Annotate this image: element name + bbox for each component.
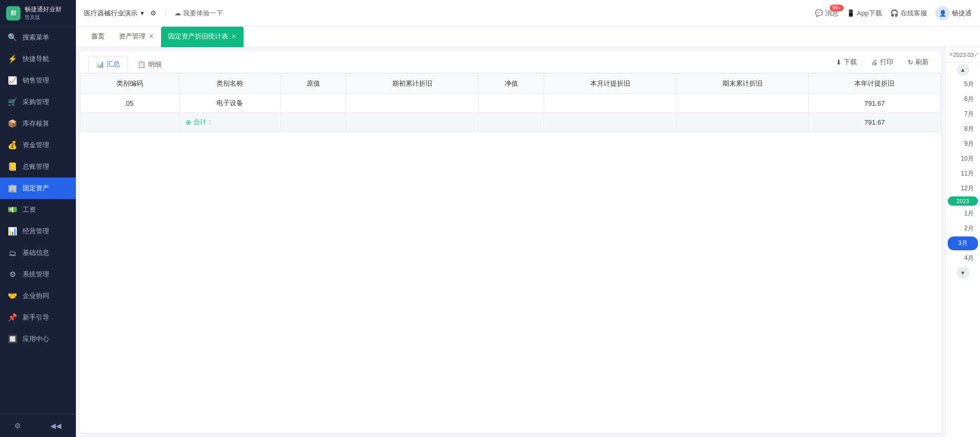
finance-icon: 💰 xyxy=(7,140,17,150)
settings-topbar-button[interactable]: ⚙ xyxy=(150,9,156,17)
sidebar-item-label: 固定资产 xyxy=(23,184,49,193)
inner-content: 📊 汇总 📋 明细 ⬇ 下载 🖨 打印 xyxy=(76,47,980,437)
subtab-right: ⬇ 下载 🖨 打印 ↻ 刷新 xyxy=(832,55,933,73)
date-month-5[interactable]: 5月 xyxy=(948,77,978,91)
date-month-1[interactable]: 1月 xyxy=(948,207,978,221)
logo-subtitle: 普及版 xyxy=(25,14,62,21)
total-monthly xyxy=(544,113,676,132)
cloud-icon: ☁ xyxy=(174,9,181,17)
sidebar-item-label: 总账管理 xyxy=(23,162,49,171)
sidebar-item-inventory[interactable]: 📦 库存核算 xyxy=(0,113,76,134)
total-initial-accum xyxy=(346,113,478,132)
table-row-total: ⊕ 合计： 791.67 xyxy=(81,113,941,132)
col-monthly: 本月计提折旧 xyxy=(544,74,676,94)
sidebar-item-label: 基础信息 xyxy=(23,248,49,257)
date-month-4[interactable]: 4月 xyxy=(948,251,978,265)
row-monthly xyxy=(544,94,676,113)
subtab-detail[interactable]: 📋 明细 xyxy=(130,56,169,72)
sidebar-item-label: 库存核算 xyxy=(23,119,49,128)
app-label: App下载 xyxy=(857,9,882,18)
date-nav-down[interactable]: ▼ xyxy=(957,267,969,279)
user-menu[interactable]: 👤 畅捷通 xyxy=(935,6,972,21)
refresh-button[interactable]: ↻ 刷新 xyxy=(904,55,933,69)
date-nav-up[interactable]: ▲ xyxy=(957,64,969,76)
sidebar-item-system[interactable]: ⚙ 系统管理 xyxy=(0,264,76,285)
row-code: 05 xyxy=(81,94,179,113)
app-download-button[interactable]: 📱 App下载 xyxy=(847,9,882,18)
date-month-8[interactable]: 8月 xyxy=(948,122,978,136)
right-panel: ✕ 2023.03 ⤢ ▲ 5月 6月 7月 8月 9月 10月 11月 12月… xyxy=(945,47,980,437)
sidebar: 财 畅捷通好业财 普及版 🔍 搜索菜单 ⚡ 快捷导航 📈 销售管理 🛒 采购管理… xyxy=(0,0,76,437)
sidebar-item-appcenter[interactable]: 🔲 应用中心 xyxy=(0,328,76,350)
col-initial-accum: 期初累计折旧 xyxy=(346,74,478,94)
home-label: 首页 xyxy=(91,32,105,41)
date-month-10[interactable]: 10月 xyxy=(948,152,978,166)
print-button[interactable]: 🖨 打印 xyxy=(867,55,897,69)
row-yearly: 791.67 xyxy=(808,94,941,113)
experience-button[interactable]: ☁ 我要体验一下 xyxy=(174,9,223,18)
sidebar-logo: 财 畅捷通好业财 普及版 xyxy=(0,0,76,27)
tab-assets-close[interactable]: ✕ xyxy=(149,33,154,40)
main-content: 医疗器械行业演示 ▾ ⚙ | ☁ 我要体验一下 💬 消息 99+ 📱 App下载… xyxy=(76,0,980,437)
sidebar-item-search[interactable]: 🔍 搜索菜单 xyxy=(0,27,76,48)
company-selector[interactable]: 医疗器械行业演示 ▾ xyxy=(84,9,144,18)
refresh-label: 刷新 xyxy=(915,57,929,67)
message-button[interactable]: 💬 消息 99+ xyxy=(815,9,838,18)
sidebar-item-payroll[interactable]: 💵 工资 xyxy=(0,199,76,221)
download-icon: ⬇ xyxy=(836,58,842,66)
sidebar-item-guide[interactable]: 📌 新手引导 xyxy=(0,307,76,328)
tabbar: 首页 资产管理 ✕ 固定资产折旧统计表 ✕ xyxy=(76,27,980,47)
sidebar-item-label: 资金管理 xyxy=(23,141,49,150)
settings-button[interactable]: ⚙ xyxy=(11,419,24,433)
date-month-2[interactable]: 2月 xyxy=(948,222,978,235)
detail-icon: 📋 xyxy=(137,61,146,68)
row-original xyxy=(281,94,346,113)
total-empty xyxy=(81,113,179,132)
col-yearly: 本年计提折旧 xyxy=(808,74,941,94)
settings-topbar-icon: ⚙ xyxy=(150,9,156,17)
sidebar-item-quicknav[interactable]: ⚡ 快捷导航 xyxy=(0,48,76,70)
date-month-12[interactable]: 12月 xyxy=(948,182,978,195)
collab-icon: 🤝 xyxy=(7,291,17,301)
date-month-6[interactable]: 6月 xyxy=(948,92,978,106)
total-label: ⊕ 合计： xyxy=(186,117,274,127)
sidebar-item-purchase[interactable]: 🛒 采购管理 xyxy=(0,91,76,113)
sidebar-item-label: 企业协同 xyxy=(23,291,49,301)
date-month-3-active[interactable]: 3月 xyxy=(948,236,978,250)
total-label-cell: ⊕ 合计： xyxy=(179,113,281,132)
panel-close-button[interactable]: ✕ xyxy=(949,51,953,58)
basic-icon: 🗂 xyxy=(7,248,17,258)
print-icon: 🖨 xyxy=(871,58,878,66)
subtab-summary[interactable]: 📊 汇总 xyxy=(88,56,128,73)
sidebar-item-finance[interactable]: 💰 资金管理 xyxy=(0,134,76,156)
depreciation-table: 类别编码 类别名称 原值 期初累计折旧 净值 本月计提折旧 期末累计折旧 本年计… xyxy=(80,73,941,132)
date-current-year[interactable]: 2023 xyxy=(948,196,978,206)
total-original xyxy=(281,113,346,132)
service-button[interactable]: 🎧 在线客服 xyxy=(890,9,927,18)
tab-depreciation-close[interactable]: ✕ xyxy=(231,33,236,40)
date-month-7[interactable]: 7月 xyxy=(948,107,978,121)
panel-expand-button[interactable]: ⤢ xyxy=(974,51,978,58)
sidebar-item-collab[interactable]: 🤝 企业协同 xyxy=(0,285,76,307)
phone-icon: 📱 xyxy=(847,9,855,17)
download-button[interactable]: ⬇ 下载 xyxy=(832,55,861,69)
search-icon: 🔍 xyxy=(7,32,17,43)
sidebar-item-ledger[interactable]: 📒 总账管理 xyxy=(0,156,76,177)
sidebar-nav: 🔍 搜索菜单 ⚡ 快捷导航 📈 销售管理 🛒 采购管理 📦 库存核算 💰 资金管… xyxy=(0,27,76,414)
tab-depreciation[interactable]: 固定资产折旧统计表 ✕ xyxy=(161,27,244,47)
row-initial-accum xyxy=(346,94,478,113)
tab-assets[interactable]: 资产管理 ✕ xyxy=(112,27,161,47)
quicknav-icon: ⚡ xyxy=(7,54,17,64)
sidebar-item-label: 应用中心 xyxy=(23,334,49,344)
tab-home[interactable]: 首页 xyxy=(84,27,112,47)
date-month-11[interactable]: 11月 xyxy=(948,167,978,181)
collapse-button[interactable]: ◀◀ xyxy=(47,419,65,433)
sidebar-item-sales[interactable]: 📈 销售管理 xyxy=(0,70,76,91)
system-icon: ⚙ xyxy=(7,269,17,280)
purchase-icon: 🛒 xyxy=(7,97,17,107)
sales-icon: 📈 xyxy=(7,75,17,86)
sidebar-item-fixed[interactable]: 🏢 固定资产 xyxy=(0,177,76,199)
sidebar-item-basic[interactable]: 🗂 基础信息 xyxy=(0,242,76,264)
date-month-9[interactable]: 9月 xyxy=(948,137,978,151)
sidebar-item-operations[interactable]: 📊 经营管理 xyxy=(0,221,76,242)
